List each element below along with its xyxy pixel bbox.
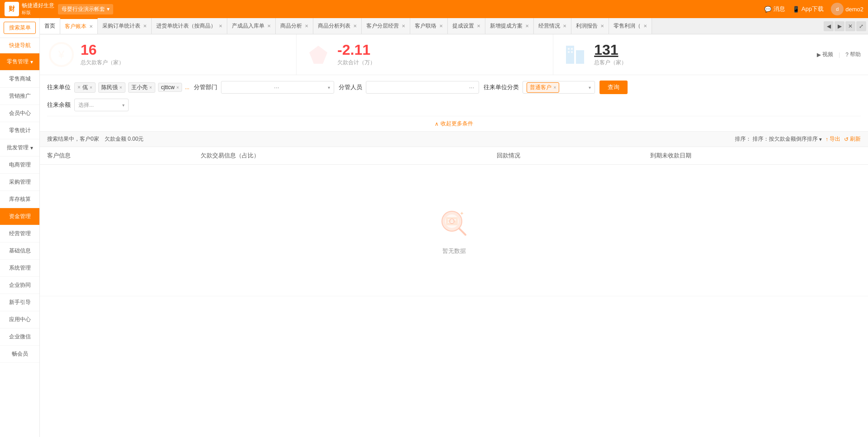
tab-promotion-settings[interactable]: 提成设置 ✕ [448, 18, 485, 34]
tab-purchase-stats[interactable]: 进货单统计表（按商品） ✕ [152, 18, 227, 34]
tab-retail-profit[interactable]: 零售利润（ ✕ [609, 18, 652, 34]
filter-balance-dropdown[interactable]: 选择... ▾ [74, 99, 129, 111]
filter-tag-more[interactable]: ... [185, 84, 189, 90]
svg-line-9 [459, 228, 465, 235]
app-download-btn[interactable]: 📱 App下载 [792, 5, 824, 13]
query-btn[interactable]: 查询 [599, 81, 628, 94]
stat-text-debt-amount: -2.11 欠款合计（万） [337, 43, 375, 66]
filter-person-dropdown[interactable]: ··· [366, 81, 479, 94]
sort-arrow: ▾ [819, 136, 822, 142]
sidebar-item-retail-stats[interactable]: 零售统计 [0, 122, 39, 139]
svg-rect-3 [568, 48, 570, 50]
content-area: 首页 客户账本 ✕ 采购订单统计表 ✕ 进货单统计表（按商品） ✕ 产成品入库单… [40, 18, 868, 437]
filter-tag-close-2[interactable]: × [120, 85, 122, 90]
refresh-btn[interactable]: ↺ 刷新 [844, 135, 861, 143]
tab-customer-contact[interactable]: 客户联络 ✕ [410, 18, 448, 34]
export-btn[interactable]: ↑ 导出 [825, 135, 840, 143]
sidebar-item-new-guide[interactable]: 新手引导 [0, 294, 39, 311]
filter-dept-dropdown[interactable]: ··· ▾ [221, 81, 334, 94]
tab-customer-layer[interactable]: 客户分层经营 ✕ [362, 18, 410, 34]
sidebar-item-retail-mall[interactable]: 零售商城 [0, 71, 39, 88]
filter-tag-unit-4: cjttcw × [158, 83, 182, 92]
tab-close-all-btn[interactable]: ✕ [845, 21, 855, 31]
sidebar-item-marketing[interactable]: 营销推广 [0, 88, 39, 105]
tab-close-customer-contact[interactable]: ✕ [439, 24, 443, 28]
sidebar-item-retail-mgmt[interactable]: 零售管理 ▾ [0, 53, 39, 71]
sidebar-item-inventory-check[interactable]: 库存核算 [0, 191, 39, 208]
search-menu-btn[interactable]: 搜索菜单 [4, 22, 36, 34]
avatar: d [831, 3, 844, 15]
filter-category-dropdown[interactable]: 普通客户 × ▾ [523, 81, 595, 94]
tab-profit-report[interactable]: 利润报告 ✕ [571, 18, 609, 34]
user-avatar-area[interactable]: d demo2 [831, 3, 863, 15]
company-dropdown[interactable]: 母婴行业演示帐套 ▾ [58, 4, 113, 14]
tab-next-btn[interactable]: ▶ [834, 21, 844, 31]
tab-close-receivable[interactable]: ✕ [89, 24, 93, 29]
sidebar-item-app-center[interactable]: 应用中心 [0, 311, 39, 328]
tab-purchase-order[interactable]: 采购订单统计表 ✕ [98, 18, 152, 34]
sidebar-item-purchase-mgmt[interactable]: 采购管理 [0, 174, 39, 191]
filter-section-dept: 分管部门 ··· ▾ [194, 81, 334, 94]
logo-texts: 畅捷通好生意 标版 [22, 2, 54, 16]
tab-close-operation[interactable]: ✕ [563, 24, 566, 28]
filter-dept-arrow: ▾ [328, 85, 330, 90]
col-debt-info: 欠款交易信息（占比） [193, 147, 489, 165]
tab-close-new-promotion[interactable]: ✕ [525, 24, 529, 28]
filter-label-person: 分管人员 [339, 83, 362, 91]
app-container: 财 畅捷通好生意 标版 母婴行业演示帐套 ▾ 💬 消息 📱 App下载 d [0, 0, 868, 437]
sort-btn[interactable]: 排序： 排序：按欠款金额倒序排序 ▾ [735, 135, 822, 143]
tab-close-profit-report[interactable]: ✕ [600, 24, 604, 28]
tab-close-retail-profit[interactable]: ✕ [643, 24, 647, 28]
stat-icon-diamond [306, 42, 331, 67]
sidebar-item-wholesale-mgmt[interactable]: 批发管理 ▾ [0, 139, 39, 157]
message-btn[interactable]: 💬 消息 [764, 5, 785, 13]
sort-label: 排序： [735, 135, 751, 143]
tab-operation[interactable]: 经营情况 ✕ [534, 18, 571, 34]
svg-rect-6 [571, 51, 573, 53]
sidebar-item-member-center[interactable]: 会员中心 [0, 105, 39, 122]
tab-close-product-inbound[interactable]: ✕ [267, 24, 271, 28]
tab-product-inbound[interactable]: 产成品入库单 ✕ [227, 18, 276, 34]
filter-tag-close-3[interactable]: × [149, 85, 152, 90]
page-actions: ▶ 视频 | ? 帮助 [810, 51, 868, 58]
filter-person-dots[interactable]: ··· [468, 84, 475, 91]
tab-close-purchase-stats[interactable]: ✕ [219, 24, 222, 28]
sidebar-item-basic-info[interactable]: 基础信息 [0, 242, 39, 260]
tab-close-purchase-order[interactable]: ✕ [143, 24, 147, 28]
help-btn[interactable]: ? 帮助 [845, 51, 861, 58]
filter-dept-dots[interactable]: ··· [273, 84, 280, 91]
svg-rect-5 [568, 51, 570, 53]
tab-goods-analysis[interactable]: 商品分析 ✕ [276, 18, 313, 34]
sidebar-item-enterprise-wechat[interactable]: 企业微信 [0, 328, 39, 346]
sidebar-item-premium-member[interactable]: 畅会员 [0, 346, 39, 363]
filter-tag-close-1[interactable]: × [90, 85, 92, 90]
filter-label-dept: 分管部门 [194, 83, 217, 91]
sidebar-item-operation-mgmt[interactable]: 经营管理 [0, 225, 39, 242]
table-body: ✦ 暂无数据 [40, 165, 868, 296]
tab-close-customer-layer[interactable]: ✕ [402, 24, 405, 28]
sidebar-item-finance-mgmt[interactable]: 资金管理 [0, 208, 39, 225]
filter-section-person: 分管人员 ··· [339, 81, 479, 94]
tab-prev-btn[interactable]: ◀ [824, 21, 834, 31]
tab-bar: 首页 客户账本 ✕ 采购订单统计表 ✕ 进货单统计表（按商品） ✕ 产成品入库单… [40, 18, 868, 34]
sidebar-item-ecommerce-mgmt[interactable]: 电商管理 [0, 157, 39, 174]
video-help-btn[interactable]: ▶ 视频 [817, 51, 833, 58]
tab-close-promotion-settings[interactable]: ✕ [477, 24, 480, 28]
tab-receivable[interactable]: 客户账本 ✕ [60, 18, 98, 34]
tab-goods-analysis-list[interactable]: 商品分析列表 ✕ [313, 18, 362, 34]
filter-tag-unit-2: 陈民强 × [98, 82, 125, 93]
filter-tag-close-cat-1[interactable]: × [553, 85, 556, 90]
filter-tag-close-4[interactable]: × [177, 85, 179, 90]
tab-close-goods-analysis[interactable]: ✕ [305, 24, 308, 28]
tab-new-promotion[interactable]: 新增提成方案 ✕ [485, 18, 534, 34]
tab-fullscreen-btn[interactable]: ⤢ [856, 21, 866, 31]
logo-subtitle: 标版 [22, 10, 54, 16]
fast-nav-btn[interactable]: 快捷导航 [0, 38, 39, 53]
tab-close-goods-analysis-list[interactable]: ✕ [353, 24, 357, 28]
stat-label-debt-amount: 欠款合计（万） [337, 59, 375, 66]
filter-section-unit: 往来单位 × 佤 × 陈民强 × [47, 82, 189, 93]
filter-collapse-btn[interactable]: ∧ 收起更多条件 [47, 116, 861, 131]
tab-home[interactable]: 首页 [40, 18, 60, 34]
sidebar-item-enterprise-coop[interactable]: 企业协同 [0, 277, 39, 294]
sidebar-item-system-mgmt[interactable]: 系统管理 [0, 260, 39, 277]
